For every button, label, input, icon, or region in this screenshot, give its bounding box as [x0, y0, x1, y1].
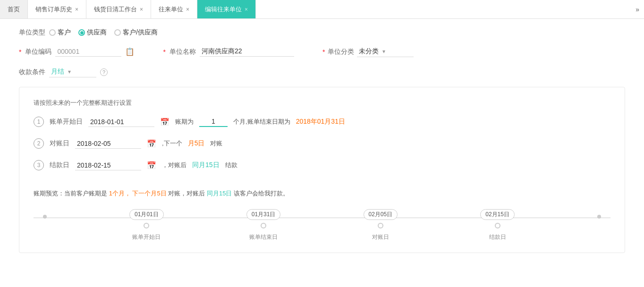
preview-part1: 1个月， [109, 190, 131, 197]
timeline-dot-3 [378, 223, 383, 228]
radio-customer-circle [49, 29, 56, 36]
step-1-end-date: 2018年01月31日 [296, 118, 345, 126]
timeline-badge-3: 02月05日 [364, 209, 398, 220]
payment-condition-row: 收款条件 月结 ▾ ? [19, 67, 625, 77]
step-1-row: 1 账单开始日 2018-01-01 📅 账期为 个月,账单结束日期为 2018… [34, 117, 610, 127]
preview-section: 账期预览：当前客户账期是 1个月， 下一个月5日 对账，对账后 同月15日 该客… [34, 182, 610, 241]
radio-both-circle [114, 29, 121, 36]
timeline-node-1: 01月01日 账单开始日 [129, 209, 164, 241]
expand-icon: » [636, 6, 639, 13]
timeline-badge-2: 01月31日 [246, 209, 281, 220]
radio-supplier[interactable]: 供应商 [78, 28, 107, 37]
unit-class-label: 单位分类 [328, 48, 354, 56]
step-1-label: 账单开始日 [50, 118, 83, 126]
tab-partner-units[interactable]: 往来单位 × [151, 0, 197, 18]
timeline-label-4: 结款日 [489, 233, 506, 241]
step-1-period-unit: 个月,账单结束日期为 [233, 118, 290, 126]
tab-expand-button[interactable]: » [631, 0, 644, 18]
radio-both[interactable]: 客户/供应商 [114, 28, 158, 37]
timeline-node-3: 02月05日 对账日 [364, 209, 398, 241]
radio-customer-label: 客户 [58, 28, 71, 37]
timeline-nodes: 01月01日 账单开始日 01月31日 账单结束日 02月05日 对账 [43, 209, 601, 241]
unit-info-row: * 单位编码 📋 * 单位名称 * 单位分类 未分类 ▾ [19, 46, 625, 57]
step-3-calendar-icon[interactable]: 📅 [147, 161, 156, 170]
unit-type-row: 单位类型 客户 供应商 客户/供应商 [19, 28, 625, 37]
timeline-dot-2 [261, 223, 266, 228]
radio-supplier-label: 供应商 [87, 28, 107, 37]
step-3-date: 2018-02-15 [75, 160, 141, 170]
timeline-dot-4 [495, 223, 500, 228]
preview-part3: 同月15日 [207, 190, 232, 197]
main-content: 单位类型 客户 供应商 客户/供应商 * 单位编码 [0, 19, 644, 287]
close-tab-cash-reconciliation[interactable]: × [140, 6, 143, 13]
preview-part2: 下一个月5日 [132, 190, 166, 197]
radio-customer[interactable]: 客户 [49, 28, 71, 37]
step-3-number: 3 [34, 160, 44, 170]
payment-condition-label: 收款条件 [19, 68, 45, 76]
timeline-badge-1: 01月01日 [129, 209, 164, 220]
payment-condition-help-icon[interactable]: ? [100, 68, 108, 76]
unit-class-value: 未分类 [359, 47, 379, 56]
step-3-desc-before: ，对账后 [162, 161, 186, 169]
tab-home[interactable]: 首页 [0, 0, 28, 18]
step-3-desc-after: 结款 [225, 161, 237, 169]
tab-cash-reconciliation[interactable]: 钱货日清工作台 × [86, 0, 151, 18]
step-2-number: 2 [34, 138, 44, 149]
unit-class-field: * 单位分类 未分类 ▾ [322, 46, 414, 57]
step-3-highlight: 同月15日 [192, 161, 220, 169]
unit-code-copy-icon[interactable]: 📋 [125, 47, 135, 56]
payment-condition-value: 月结 [51, 68, 64, 76]
settings-panel: 请按照未来的一个完整帐期进行设置 1 账单开始日 2018-01-01 📅 账期… [19, 87, 625, 253]
timeline-label-2: 账单结束日 [249, 233, 278, 241]
timeline-start-dot [43, 215, 47, 219]
step-2-calendar-icon[interactable]: 📅 [147, 139, 156, 148]
payment-condition-chevron-icon: ▾ [68, 68, 71, 75]
unit-class-chevron-icon: ▾ [382, 48, 385, 55]
close-tab-edit-partner[interactable]: × [245, 6, 248, 13]
timeline-node-2: 01月31日 账单结束日 [246, 209, 281, 241]
tab-bar: 首页 销售订单历史 × 钱货日清工作台 × 往来单位 × 编辑往来单位 × » [0, 0, 644, 19]
step-1-calendar-icon[interactable]: 📅 [160, 118, 169, 127]
panel-hint: 请按照未来的一个完整帐期进行设置 [34, 99, 610, 107]
unit-code-input[interactable] [55, 47, 121, 57]
step-2-row: 2 对账日 2018-02-05 📅 ,下一个 月5日 对账 [34, 138, 610, 149]
radio-both-label: 客户/供应商 [123, 28, 158, 37]
timeline-dot-1 [144, 223, 149, 228]
step-2-highlight: 月5日 [188, 139, 205, 148]
preview-end: 该客户会给我打款。 [234, 190, 289, 197]
preview-label: 账期预览：当前客户账期是 [34, 190, 107, 197]
close-tab-partner-units[interactable]: × [186, 6, 189, 13]
payment-condition-field: 收款条件 月结 ▾ ? [19, 67, 108, 77]
unit-code-field: * 单位编码 📋 [19, 47, 135, 57]
step-1-period-label: 账期为 [175, 118, 194, 126]
radio-supplier-circle [78, 29, 85, 36]
unit-name-star: * [163, 48, 165, 56]
step-1-period-input[interactable] [199, 117, 228, 127]
payment-condition-select[interactable]: 月结 ▾ [49, 67, 96, 77]
tab-edit-partner[interactable]: 编辑往来单位 × [197, 0, 256, 18]
tab-sales-order-history[interactable]: 销售订单历史 × [28, 0, 86, 18]
unit-class-select[interactable]: 未分类 ▾ [357, 46, 414, 57]
step-2-desc-before: ,下一个 [162, 139, 182, 148]
preview-mid: 对账，对账后 [168, 190, 205, 197]
step-3-label: 结款日 [50, 161, 69, 169]
unit-type-radio-group: 客户 供应商 客户/供应商 [49, 28, 158, 37]
unit-code-star: * [19, 48, 21, 56]
unit-name-input[interactable] [200, 47, 294, 57]
timeline-container: 01月01日 账单开始日 01月31日 账单结束日 02月05日 对账 [34, 209, 610, 241]
unit-class-star: * [322, 48, 325, 56]
unit-type-label: 单位类型 [19, 28, 45, 37]
timeline-badge-4: 02月15日 [480, 209, 515, 220]
step-2-desc-after: 对账 [210, 139, 222, 148]
timeline-node-4: 02月15日 结款日 [480, 209, 515, 241]
unit-type-field: 单位类型 客户 供应商 客户/供应商 [19, 28, 158, 37]
unit-code-label: 单位编码 [25, 48, 51, 56]
close-tab-sales-order-history[interactable]: × [75, 6, 78, 13]
step-3-row: 3 结款日 2018-02-15 📅 ，对账后 同月15日 结款 [34, 160, 610, 170]
step-2-date: 2018-02-05 [75, 139, 141, 149]
step-1-number: 1 [34, 117, 44, 127]
preview-text: 账期预览：当前客户账期是 1个月， 下一个月5日 对账，对账后 同月15日 该客… [34, 189, 610, 198]
unit-name-label: 单位名称 [169, 48, 196, 56]
unit-name-field: * 单位名称 [163, 47, 294, 57]
timeline-end-dot [597, 215, 601, 219]
